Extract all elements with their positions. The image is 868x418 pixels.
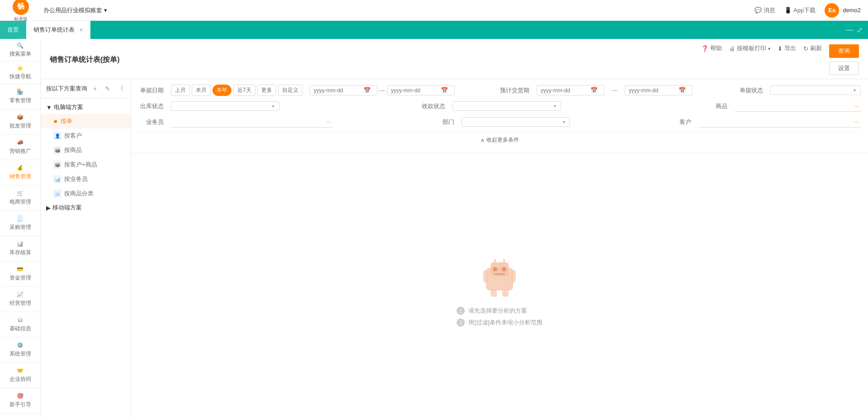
doc-status-label: 单据状态 [738, 86, 763, 95]
last-month-btn[interactable]: 上月 [171, 85, 190, 96]
sidebar-item-sales[interactable]: 💰 销售管理 [0, 160, 40, 185]
tab-home[interactable]: 首页 [0, 21, 26, 39]
tab-minimize-button[interactable]: — [846, 26, 853, 34]
add-scheme-button[interactable]: + [90, 84, 100, 94]
doc-status-arrow-icon: ▾ [854, 88, 856, 93]
this-month-btn[interactable]: 本月 [192, 85, 211, 96]
query-button[interactable]: 查询 [829, 44, 859, 58]
sidebar-item-appcenter[interactable]: 📱 应用中心 [0, 413, 40, 418]
mobile-group-label: 移动端方案 [52, 204, 82, 212]
sidebar-item-basic[interactable]: 🗂 基础信息 [0, 312, 40, 337]
action-buttons: 查询 设置 [829, 44, 859, 75]
sidebar-item-operations[interactable]: 📈 经营管理 [0, 287, 40, 312]
salesperson-label: 业务员 [138, 118, 164, 126]
tree-item-by-customer[interactable]: 👤 按客户 [41, 128, 131, 143]
expected-delivery-end-input[interactable] [629, 87, 679, 94]
svg-point-3 [502, 267, 506, 271]
sidebar-search[interactable]: 🔍 搜索菜单 [0, 39, 40, 62]
sidebar-item-newuser[interactable]: 🎯 新手引导 [0, 388, 40, 413]
page-selector-dropdown-icon[interactable]: ▾ [104, 7, 107, 14]
sidebar-item-enterprise-label: 企业协同 [9, 375, 31, 383]
sidebar-quick-nav[interactable]: ⭐ 快捷导航 [0, 62, 40, 84]
tab-sales-order[interactable]: 销售订单统计表 ✕ [26, 21, 90, 39]
calendar-icon4[interactable]: 📅 [679, 87, 686, 94]
tree-item-by-order[interactable]: ● 按单 [41, 114, 131, 128]
message-label: 消息 [764, 6, 775, 14]
date-end-input[interactable] [391, 87, 441, 94]
product-ellipsis-btn[interactable]: ··· [852, 100, 861, 111]
basic-icon: 🗂 [18, 317, 23, 323]
finance-icon: 💳 [17, 266, 24, 272]
user-menu[interactable]: Ea demo2 [825, 3, 861, 18]
customer-input-area[interactable]: ··· [698, 116, 861, 128]
tab-close-icon[interactable]: ✕ [79, 27, 83, 33]
sidebar-item-marketing[interactable]: 📣 营销推广 [0, 135, 40, 160]
refresh-button[interactable]: ↻ 刷新 [803, 44, 822, 52]
sidebar-item-purchase[interactable]: 🧾 采购管理 [0, 211, 40, 236]
print-button[interactable]: 🖨 按模板打印 ▾ [729, 44, 770, 52]
tree-item-by-product-category[interactable]: 🗂 按商品分类 [41, 186, 131, 201]
salesperson-input-area[interactable]: ··· [171, 116, 333, 128]
more-date-btn[interactable]: 更多 [257, 85, 276, 96]
sidebar-item-ecommerce[interactable]: 🛒 电商管理 [0, 185, 40, 211]
tree-item-by-product[interactable]: 📦 按商品 [41, 143, 131, 157]
collapse-more-btn[interactable]: ∧ 收起更多条件 [138, 132, 861, 147]
sidebar-item-basic-label: 基础信息 [9, 325, 31, 332]
tab-maximize-button[interactable]: ⤢ [857, 26, 863, 34]
tree-item-by-customer-label: 按客户 [64, 132, 82, 140]
date-end-input-wrap[interactable]: 📅 [387, 85, 455, 95]
department-label: 部门 [429, 118, 454, 126]
edit-icon: ✎ [105, 85, 110, 92]
sidebar-item-enterprise[interactable]: 🤝 企业协同 [0, 363, 40, 388]
app-download-button[interactable]: 📱 App下载 [784, 6, 816, 14]
top-bar: 畅 标准版 办公用品行业模拟账套 ▾ 💬 消息 📱 App下载 Ea demo2 [0, 0, 868, 21]
this-year-btn[interactable]: 本年 [212, 85, 231, 96]
sidebar-item-wholesale[interactable]: 📦 批发管理 [0, 109, 40, 135]
settings-button[interactable]: 设置 [829, 62, 859, 75]
tree-item-by-salesperson[interactable]: 📊 按业务员 [41, 172, 131, 186]
doc-status-select[interactable]: ▾ [770, 86, 861, 95]
payment-status-select[interactable]: ▾ [453, 101, 561, 111]
export-button[interactable]: ⬇ 导出 [778, 44, 796, 52]
calendar-icon3[interactable]: 📅 [590, 87, 598, 94]
collapse-icon: 《 [117, 85, 123, 93]
calendar-end-icon[interactable]: 📅 [441, 87, 448, 94]
custom-date-btn[interactable]: 自定义 [278, 85, 302, 96]
help-button[interactable]: ❓ 帮助 [701, 44, 722, 52]
payment-status-arrow-icon: ▾ [554, 104, 556, 109]
mobile-scheme-group[interactable]: ▶ 移动端方案 [41, 201, 131, 214]
sidebar-item-retail[interactable]: 🏪 零售管理 [0, 84, 40, 109]
expected-delivery-end[interactable]: 📅 [625, 85, 693, 95]
page-header-actions: ❓ 帮助 🖨 按模板打印 ▾ ⬇ 导出 ↻ 刷新 [701, 44, 859, 75]
sidebar-item-inventory[interactable]: 📊 库存核算 [0, 236, 40, 261]
tip-num-2: 2 [457, 318, 465, 327]
edit-scheme-button[interactable]: ✎ [103, 84, 113, 94]
pc-scheme-group[interactable]: ▼ 电脑端方案 [41, 100, 131, 114]
tree-item-by-customer-product[interactable]: 📦 按客户+商品 [41, 157, 131, 172]
department-select[interactable]: ▾ [462, 117, 570, 127]
expected-delivery-start-input[interactable] [541, 87, 590, 94]
last-7-days-btn[interactable]: 近7天 [233, 85, 255, 96]
ship-status-select[interactable]: ▾ [171, 101, 279, 111]
top-bar-right: 💬 消息 📱 App下载 Ea demo2 [755, 3, 861, 18]
expected-delivery-start[interactable]: 📅 [537, 85, 604, 95]
app-download-icon: 📱 [784, 7, 792, 14]
newuser-icon: 🎯 [17, 393, 24, 399]
salesperson-ellipsis-btn[interactable]: ··· [325, 116, 334, 127]
help-icon: ❓ [701, 45, 708, 52]
svg-rect-5 [483, 270, 488, 283]
system-icon: ⚙️ [17, 342, 24, 348]
calendar-start-icon[interactable]: 📅 [363, 87, 371, 94]
tree-item-by-order-label: 按单 [61, 117, 72, 125]
sidebar-item-finance[interactable]: 💳 资金管理 [0, 261, 40, 287]
date-start-input[interactable] [314, 87, 363, 94]
sidebar-item-system[interactable]: ⚙️ 系统管理 [0, 337, 40, 363]
product-input-area[interactable]: ··· [735, 100, 861, 112]
page-selector[interactable]: 办公用品行业模拟账套 ▾ [43, 6, 107, 14]
date-start-input-wrap[interactable]: 📅 [310, 85, 377, 95]
collapse-panel-button[interactable]: 《 [115, 84, 125, 94]
customer-ellipsis-btn[interactable]: ··· [852, 116, 861, 127]
sidebar-item-system-label: 系统管理 [9, 350, 31, 358]
tree-item-by-product-category-label: 按商品分类 [64, 190, 94, 198]
message-button[interactable]: 💬 消息 [755, 6, 775, 14]
